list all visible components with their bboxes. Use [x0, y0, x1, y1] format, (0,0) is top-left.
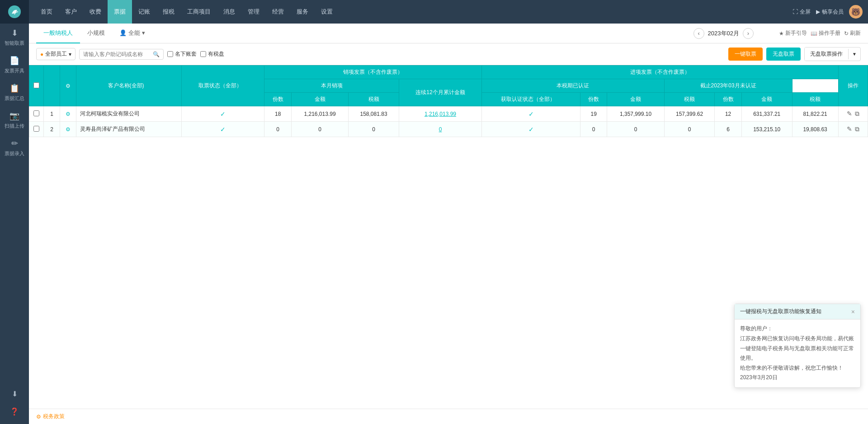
nav-billing[interactable]: 收费: [83, 0, 108, 24]
row-edit-icon[interactable]: ✎: [847, 125, 852, 133]
nav-customer[interactable]: 客户: [59, 0, 83, 24]
row-actions: ✎ ⧉: [838, 122, 868, 137]
col-confirm-status: 获取认证状态（全部） ▼: [482, 93, 580, 106]
col-12months-header: 连续12个月累计金额: [399, 79, 481, 106]
sidebar-item-scan-upload[interactable]: 📷 扫描上传: [0, 106, 29, 134]
toolbar-right: 一键取票 无盘取票 无盘取票操作 ▼: [728, 47, 861, 61]
row-shares-unconfirmed: 12: [715, 106, 741, 122]
date-prev-icon: ‹: [698, 30, 699, 37]
sidebar: ⬇ 智能取票 📄 发票开具 📋 票据汇总 📷 扫描上传 ✏ 票据录入 ⬇ ❓: [0, 0, 29, 424]
row-tax-confirmed: 0: [664, 122, 715, 137]
col-sales-tax: 税额: [349, 93, 399, 106]
sidebar-item-label: 发票开具: [5, 67, 24, 74]
row-gear[interactable]: ⚙: [60, 106, 76, 122]
sidebar-item-invoice-entry[interactable]: ✏ 票据录入: [0, 134, 29, 162]
tax-policy-icon: ⚙: [36, 414, 41, 420]
select-all-checkbox[interactable]: [33, 82, 39, 88]
sidebar-item-smart-fetch[interactable]: ⬇ 智能取票: [0, 24, 29, 51]
row-copy-icon[interactable]: ⧉: [855, 110, 859, 118]
checkbox-tax-disk-input[interactable]: [200, 51, 206, 57]
sidebar-item-invoice-open[interactable]: 📄 发票开具: [0, 51, 29, 79]
nav-operation[interactable]: 经营: [266, 0, 290, 24]
nav-home[interactable]: 首页: [34, 0, 59, 24]
row-amount-confirmed: 1,357,999.10: [607, 106, 664, 122]
notification-line: 给您带来的不便敬请谅解，祝您工作愉快！: [740, 363, 855, 373]
tab-all[interactable]: 👤 全能 ▾: [112, 24, 152, 43]
notification-close-btn[interactable]: ×: [851, 308, 855, 315]
col-sales-amount: 金额: [291, 93, 348, 106]
tax-policy-link[interactable]: ⚙ 税务政策: [36, 413, 65, 420]
staff-badge: ●: [40, 51, 43, 57]
one-click-fetch-btn[interactable]: 一键取票: [728, 48, 763, 61]
notification-line: 2023年3月20日: [740, 373, 855, 383]
toolbar: ● 全部员工 ▾ 🔍 名下账套 有税盘 一键取票 无盘取票 无盘取票操作: [29, 43, 868, 65]
col-this-month-header: 本月销项: [264, 79, 399, 93]
nav-tax[interactable]: 报税: [156, 0, 181, 24]
tab-small-label: 小规模: [87, 29, 105, 37]
row-edit-icon[interactable]: ✎: [847, 110, 852, 118]
row-amount-confirmed: 0: [607, 122, 664, 137]
row-amount-12m[interactable]: 0: [399, 122, 481, 137]
col-customer-filter-icon[interactable]: ▼: [146, 83, 150, 88]
row-shares-month: 18: [264, 106, 291, 122]
status-check-icon: ✓: [220, 110, 226, 118]
col-group-sales-header: 销项发票（不含作废票）: [264, 66, 482, 79]
col-status-filter-icon[interactable]: ▼: [243, 83, 248, 88]
search-box[interactable]: 🔍: [79, 49, 164, 60]
row-amount-12m[interactable]: 1,216,013.99: [399, 106, 481, 122]
col-confirm-filter-icon[interactable]: ▼: [557, 97, 561, 102]
refresh-link[interactable]: ↻ 刷新: [844, 29, 861, 37]
tab-general[interactable]: 一般纳税人: [36, 24, 80, 43]
member-btn[interactable]: ▶ 畅享会员: [816, 8, 844, 16]
col-before-march-header: 截止2023年03月未认证: [664, 79, 792, 93]
row-gear[interactable]: ⚙: [60, 122, 76, 137]
row-tax-month: 158,081.83: [349, 106, 399, 122]
manual-link[interactable]: 📖 操作手册: [811, 29, 840, 37]
row-checkbox[interactable]: [29, 122, 44, 137]
nav-bookkeeping[interactable]: 记账: [132, 0, 156, 24]
notification-line: 江苏政务网已恢复访问电子税务局功能，易代账一键登陆电子税务局与无盘取票相关功能可…: [740, 334, 855, 363]
new-guide-link[interactable]: ★ 新手引导: [779, 29, 807, 37]
date-next-btn[interactable]: ›: [743, 28, 754, 39]
col-num-header: [44, 66, 60, 106]
sidebar-item-invoice-summary[interactable]: 📋 票据汇总: [0, 79, 29, 106]
checkbox-named-account-input[interactable]: [167, 51, 173, 57]
no-disk-ops-main[interactable]: 无盘取票操作: [805, 48, 848, 61]
row-checkbox[interactable]: [29, 106, 44, 122]
sidebar-item-label: 票据汇总: [5, 95, 24, 102]
search-input[interactable]: [83, 51, 151, 57]
row-status: ✓: [182, 122, 264, 137]
no-disk-ops-arrow[interactable]: ▼: [848, 49, 860, 59]
nav-settings[interactable]: 设置: [315, 0, 339, 24]
notification-header: 一键报税与无盘取票功能恢复通知 ×: [735, 304, 860, 319]
checkbox-tax-disk[interactable]: 有税盘: [200, 50, 224, 58]
nav-invoice[interactable]: 票据: [108, 0, 132, 24]
row-shares-confirmed: 0: [580, 122, 607, 137]
invoice-table: ⚙ 客户名称(全部) ▼ 取票状态（全部） ▼ 销项发票（不含作废票） 进项发票…: [29, 65, 868, 137]
date-prev-btn[interactable]: ‹: [693, 28, 704, 39]
sidebar-item-label: 票据录入: [5, 150, 24, 157]
col-this-period-header: 本税期已认证: [482, 79, 665, 93]
nav-message[interactable]: 消息: [217, 0, 241, 24]
member-icon: ▶: [816, 9, 820, 15]
checkbox-named-account[interactable]: 名下账套: [167, 50, 197, 58]
row-copy-icon[interactable]: ⧉: [855, 125, 859, 133]
no-disk-fetch-btn[interactable]: 无盘取票: [766, 48, 801, 61]
col-confirmed-tax: 税额: [664, 93, 715, 106]
nav-management[interactable]: 管理: [241, 0, 266, 24]
manual-label: 操作手册: [819, 29, 840, 37]
nav-service[interactable]: 服务: [290, 0, 315, 24]
sidebar-download[interactable]: ⬇: [0, 386, 29, 402]
avatar[interactable]: 🐻: [849, 5, 863, 19]
row-tax-month: 0: [349, 122, 399, 137]
notification-popup: 一键报税与无盘取票功能恢复通知 × 尊敬的用户：江苏政务网已恢复访问电子税务局功…: [734, 304, 861, 388]
row-shares-month: 0: [264, 122, 291, 137]
staff-select[interactable]: ● 全部员工 ▾: [36, 48, 75, 60]
sidebar-help[interactable]: ❓: [0, 404, 29, 419]
tax-policy-label: 税务政策: [43, 413, 65, 420]
help-icon: ❓: [10, 407, 19, 416]
fullscreen-btn[interactable]: ⛶ 全屏: [793, 8, 811, 16]
tab-small[interactable]: 小规模: [80, 24, 112, 43]
row-confirm-status: ✓: [482, 106, 580, 122]
nav-business[interactable]: 工商项目: [181, 0, 217, 24]
